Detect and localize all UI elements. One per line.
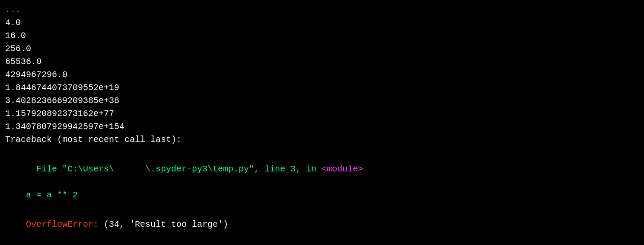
- output-line-4: 65536.0: [5, 55, 639, 68]
- error-message: (34, 'Result too large'): [99, 219, 228, 229]
- traceback-header: Traceback (most recent call last):: [5, 133, 639, 146]
- error-type: OverflowError:: [26, 219, 99, 229]
- file-prefix: File "C:\Users\ \.spyder-py3\temp.py", l…: [26, 164, 322, 174]
- output-line-3: 256.0: [5, 42, 639, 55]
- module-tag: <module>: [322, 164, 363, 174]
- top-partial-line: ...: [5, 3, 639, 16]
- output-line-8: 1.157920892373162e+77: [5, 107, 639, 120]
- file-line: File "C:\Users\ \.spyder-py3\temp.py", l…: [5, 150, 639, 189]
- output-line-6: 1.8446744073709552e+19: [5, 81, 639, 94]
- error-line: OverflowError: (34, 'Result too large'): [5, 205, 639, 244]
- code-line: a = a ** 2: [5, 189, 639, 202]
- output-line-5: 4294967296.0: [5, 68, 639, 81]
- output-line-2: 16.0: [5, 29, 639, 42]
- output-line-9: 1.3407807929942597e+154: [5, 120, 639, 133]
- output-line-7: 3.4028236669209385e+38: [5, 94, 639, 107]
- console-output: ... 4.0 16.0 256.0 65536.0 4294967296.0 …: [5, 3, 639, 244]
- output-line-1: 4.0: [5, 16, 639, 29]
